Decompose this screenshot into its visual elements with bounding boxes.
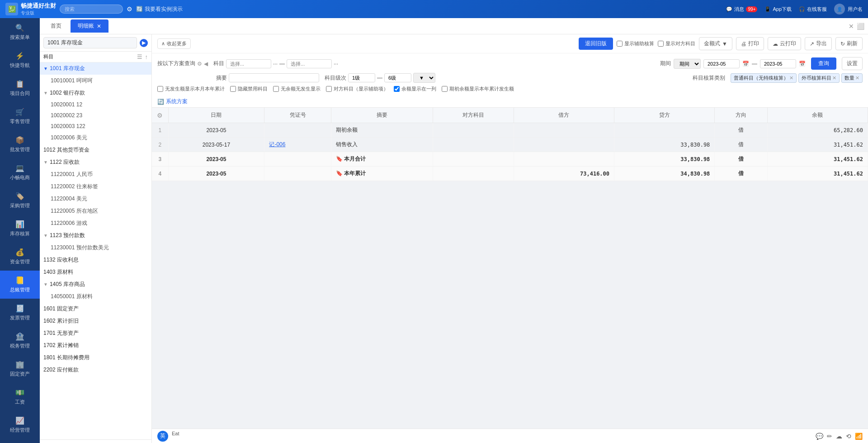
return-old-button[interactable]: 退回旧版 <box>579 38 613 50</box>
cb-hide-disabled[interactable]: 隐藏禁用科目 <box>230 86 268 92</box>
sidebar-item-expense[interactable]: 📝 小畅报销 <box>0 439 40 443</box>
tree-item-10020002[interactable]: 10020002 23 <box>40 110 151 121</box>
tree-item-1405[interactable]: ▼ 1405 库存商品 <box>40 278 151 291</box>
cb-balance-one[interactable]: 余额显示在一列 <box>394 86 436 92</box>
tree-item-1801[interactable]: 1801 长期待摊费用 <box>40 352 151 364</box>
tree-item-11220001[interactable]: 11220001 人民币 <box>40 168 151 181</box>
horizontal-scrollbar[interactable] <box>40 439 151 443</box>
sidebar-item-ledger[interactable]: 📒 总账管理 <box>0 271 40 299</box>
sidebar-item-quick[interactable]: ⚡ 快捷导航 <box>0 46 40 74</box>
sidebar-item-payroll[interactable]: 💵 工资 <box>0 383 40 411</box>
cb-opposite-show[interactable]: 对方科目（显示辅助项） <box>326 86 388 92</box>
tree-item-1601[interactable]: 1601 固定资产 <box>40 303 151 315</box>
show-auxiliary-checkbox[interactable]: 显示辅助核算 <box>617 40 654 47</box>
tree-item-11220006[interactable]: 11220006 游戏 <box>40 217 151 229</box>
summary-input[interactable] <box>229 73 319 82</box>
cb-opening[interactable]: 期初余额显示本年累计发生额 <box>442 86 514 92</box>
tree-item-1122[interactable]: ▼ 1122 应收款 <box>40 156 151 168</box>
config-icon[interactable]: ⚙ <box>197 61 202 67</box>
level-select[interactable]: ▼ <box>413 73 435 83</box>
voucher-link[interactable]: 记-006 <box>269 141 285 148</box>
filter-tag-2-close[interactable]: ✕ <box>832 75 836 81</box>
show-opposite-checkbox[interactable]: 显示对方科目 <box>658 40 695 47</box>
tree-item-1001[interactable]: ▼ 1001 库存现金 <box>40 62 151 75</box>
tab-home[interactable]: 首页 <box>43 19 69 33</box>
nav-forward-button[interactable]: ▶ <box>140 39 148 47</box>
maximize-icon[interactable]: ⬜ <box>857 23 864 30</box>
tab-close-button[interactable]: ✕ <box>97 23 101 29</box>
cb-no-balance[interactable]: 无发生额显示本月本年累计 <box>157 86 225 92</box>
collapse-more-button[interactable]: ∧ 收起更多 <box>157 38 191 49</box>
tree-item-2202[interactable]: 2202 应付账款 <box>40 364 151 376</box>
period-type-select[interactable]: 期间 <box>674 59 701 69</box>
tree-item-1012[interactable]: 1012 其他货币资金 <box>40 144 151 156</box>
arrow-icon[interactable]: ◀ <box>204 61 208 67</box>
tree-item-11230001[interactable]: 11230001 预付款数美元 <box>40 242 151 254</box>
tree-item-11220004[interactable]: 11220004 美元 <box>40 193 151 205</box>
tree-item-14050001[interactable]: 14050001 原材料 <box>40 291 151 303</box>
sidebar-item-invoice[interactable]: 🧾 发票管理 <box>0 299 40 327</box>
list-view-button[interactable]: ☰ <box>137 53 142 60</box>
message-button[interactable]: 💬 消息 99+ <box>726 6 757 13</box>
cb-no-balance-show[interactable]: 无余额无发生显示 <box>273 86 321 92</box>
tree-item-11220005[interactable]: 11220005 所在地区 <box>40 205 151 217</box>
top-search-input[interactable] <box>60 5 123 14</box>
settings-gear-button[interactable]: ⚙ <box>127 5 132 13</box>
sidebar-item-purchase[interactable]: 🏷️ 采购管理 <box>0 186 40 214</box>
tree-item-11220002[interactable]: 11220002 往来标签 <box>40 181 151 193</box>
tree-item-1123[interactable]: ▼ 1123 预付款数 <box>40 229 151 242</box>
tree-item-10020003[interactable]: 10020003 122 <box>40 121 151 132</box>
level-to-input[interactable] <box>384 73 411 82</box>
filter-tag-1-close[interactable]: ✕ <box>789 75 793 81</box>
filter-tag-3-close[interactable]: ✕ <box>855 75 859 81</box>
tree-item-1002[interactable]: ▼ 1002 银行存款 <box>40 87 151 99</box>
currency-mode-button[interactable]: 金额式 ▼ <box>699 37 732 50</box>
tree-item-1701[interactable]: 1701 无形资产 <box>40 327 151 339</box>
tab-detail[interactable]: 明细账 ✕ <box>71 19 108 33</box>
user-area[interactable]: 👤 用户名 <box>834 4 863 14</box>
sync-icon[interactable]: ⟲ <box>846 433 851 440</box>
level-from-input[interactable] <box>348 73 375 82</box>
app-download-button[interactable]: 📱 App下载 <box>764 6 792 13</box>
export-button[interactable]: ↗ 导出 <box>805 37 832 50</box>
sidebar-item-project[interactable]: 📋 项目合同 <box>0 74 40 102</box>
query-search-button[interactable]: 查询 <box>811 57 836 70</box>
tree-item-10010001[interactable]: 10010001 呵呵呵 <box>40 75 151 87</box>
edit-icon[interactable]: ✏ <box>827 433 832 440</box>
tree-item-1702[interactable]: 1702 累计摊销 <box>40 339 151 352</box>
cloud-icon[interactable]: ☁ <box>836 433 842 440</box>
sidebar-item-wholesale[interactable]: 📦 批发管理 <box>0 130 40 158</box>
refresh-button[interactable]: ↻ 刷新 <box>835 37 863 50</box>
sidebar-item-tax[interactable]: 🏦 税务管理 <box>0 327 40 355</box>
tree-item-1132[interactable]: 1132 应收利息 <box>40 254 151 266</box>
subject-input-to[interactable] <box>287 59 332 68</box>
sidebar-item-inventory[interactable]: 📊 库存核算 <box>0 214 40 243</box>
period-to-input[interactable] <box>760 59 796 68</box>
feedback-icon[interactable]: 💬 <box>816 433 823 440</box>
expand-icon[interactable]: ✕ <box>849 23 854 30</box>
sidebar-item-ecommerce[interactable]: 💻 小畅电商 <box>0 158 40 186</box>
tree-item-10020001[interactable]: 10020001 12 <box>40 99 151 110</box>
sidebar-item-retail[interactable]: 🛒 零售管理 <box>0 102 40 130</box>
tree-item-10020006[interactable]: 10020006 美元 <box>40 132 151 144</box>
calendar-icon-to[interactable]: 📅 <box>799 61 806 67</box>
demo-link[interactable]: 🔄 我要看实例演示 <box>136 5 183 13</box>
wifi-icon[interactable]: 📶 <box>855 433 863 440</box>
sidebar-item-search[interactable]: 🔍 搜索菜单 <box>0 18 40 46</box>
query-settings-button[interactable]: 设置 <box>842 57 863 70</box>
sidebar-item-finance[interactable]: 💰 资金管理 <box>0 243 40 271</box>
row-voucher[interactable]: 记-006 <box>264 138 331 152</box>
cloud-print-button[interactable]: ☁ 云打印 <box>768 37 801 50</box>
online-service-button[interactable]: 🎧 在线客服 <box>799 6 827 13</box>
collapse-button[interactable]: ↑ <box>145 53 148 60</box>
sidebar-item-assets[interactable]: 🏢 固定资产 <box>0 355 40 383</box>
subject-input[interactable] <box>226 59 271 68</box>
eat-label[interactable]: Eat <box>172 431 179 442</box>
table-settings-icon[interactable]: ⚙ <box>157 112 163 119</box>
translate-button[interactable]: 英 <box>157 431 168 442</box>
tree-item-1403[interactable]: 1403 原材料 <box>40 266 151 278</box>
system-scheme-link[interactable]: 🔄 系统方案 <box>157 98 188 105</box>
print-button[interactable]: 🖨 打印 <box>736 37 764 50</box>
period-from-input[interactable] <box>703 59 740 68</box>
tree-item-1602[interactable]: 1602 累计折旧 <box>40 315 151 327</box>
